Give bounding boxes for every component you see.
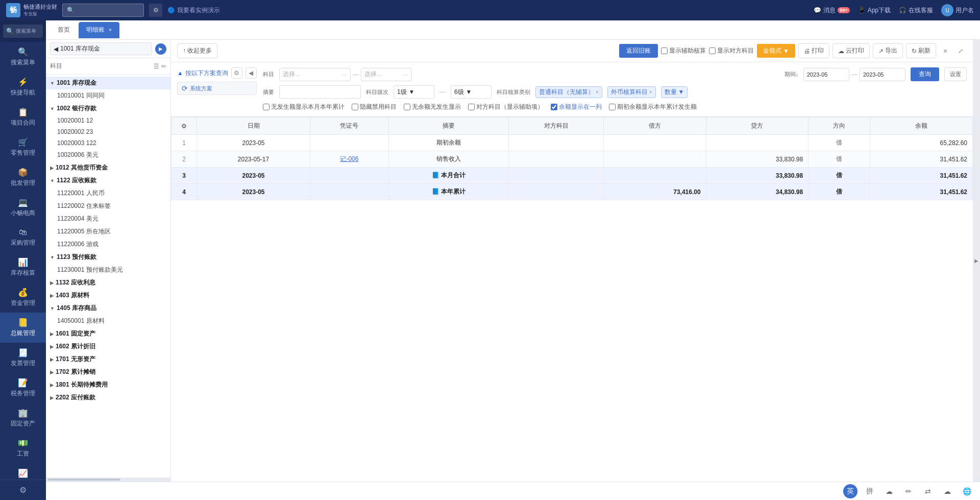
cb-no-amount[interactable]: 无发生额显示本月本年累计: [263, 103, 345, 111]
top-search-box[interactable]: 🔍: [62, 4, 144, 17]
right-collapse-tab[interactable]: ▶: [973, 40, 980, 482]
sidebar-item-ecommerce[interactable]: 💻小畅电商: [0, 193, 46, 223]
tree-item-11230001[interactable]: 11230001 预付账款美元: [46, 264, 170, 276]
system-plan-item[interactable]: ⟳ 系统方案: [177, 82, 257, 95]
tree-item-14050001[interactable]: 14050001 原材料: [46, 315, 170, 327]
tree-item-11220006[interactable]: 11220006 游戏: [46, 238, 170, 251]
amount-format-btn[interactable]: 金额式 ▼: [757, 44, 795, 58]
show-opposite-check[interactable]: 显示对方科目: [709, 46, 754, 55]
settings-icon[interactable]: ⚙: [149, 4, 162, 17]
cell-voucher-1[interactable]: 记-006: [310, 151, 389, 168]
query-plan-toggle[interactable]: ▲ 按以下方案查询: [177, 69, 228, 78]
tree-item-1132[interactable]: ▶1132 应收利息: [46, 276, 170, 289]
tree-item-1801[interactable]: ▶1801 长期待摊费用: [46, 378, 170, 391]
cb-opposite-account[interactable]: 对方科目（显示辅助项）: [468, 103, 544, 111]
query-plan-settings-icon[interactable]: ⚙: [231, 67, 242, 79]
tree-item-1012[interactable]: ▶1012 其他货币资金: [46, 161, 170, 174]
tree-toggle-1012[interactable]: ▶: [50, 165, 54, 171]
tree-toggle-1702[interactable]: ▶: [50, 370, 54, 375]
sidebar-item-retail[interactable]: 🛒零售管理: [0, 132, 46, 162]
tree-item-10020002[interactable]: 10020002 23: [46, 126, 170, 137]
global-icon[interactable]: 🌐: [960, 484, 974, 498]
cloud2-icon[interactable]: ☁: [940, 484, 954, 498]
sidebar-item-ops[interactable]: 📈经营管理: [0, 463, 46, 480]
user-area[interactable]: U 用户名: [941, 4, 974, 16]
tree-item-1601[interactable]: ▶1601 固定资产: [46, 327, 170, 340]
sidebar-item-quick-nav[interactable]: ⚡快捷导航: [0, 72, 46, 102]
export-btn[interactable]: ↗ 导出: [873, 43, 903, 58]
tree-item-10020006[interactable]: 10020006 美元: [46, 149, 170, 161]
tree-item-1002[interactable]: ▼1002 银行存款: [46, 102, 170, 115]
tree-toggle-1701[interactable]: ▶: [50, 357, 54, 362]
tree-toggle-1405[interactable]: ▼: [50, 306, 55, 311]
tree-item-1701[interactable]: ▶1701 无形资产: [46, 353, 170, 366]
tree-item-11220002[interactable]: 11220002 住来标签: [46, 200, 170, 212]
level-to-select[interactable]: 6级 ▼: [451, 85, 492, 99]
sidebar-item-invoice[interactable]: 🧾发票管理: [0, 343, 46, 373]
tree-toggle-1122[interactable]: ▼: [50, 178, 55, 183]
tree-item-11220005[interactable]: 11220005 所在地区: [46, 225, 170, 238]
cb-initial-balance[interactable]: 期初余额显示本年累计发生额: [609, 103, 697, 111]
tree-item-11220004[interactable]: 11220004 美元: [46, 212, 170, 225]
tab-ledger[interactable]: 明细账 ×: [79, 22, 119, 38]
tree-item-1123[interactable]: ▼1123 预付账款: [46, 251, 170, 264]
level-from-select[interactable]: 1级 ▼: [394, 85, 434, 99]
tree-item-10020003[interactable]: 10020003 122: [46, 137, 170, 149]
tree-item-10010001[interactable]: 10010001 同同同: [46, 89, 170, 102]
sidebar-settings-icon[interactable]: ⚙: [19, 485, 27, 495]
tab-close-icon[interactable]: ×: [109, 27, 112, 33]
tree-toggle-1001[interactable]: ▼: [50, 81, 55, 86]
tree-toggle-1601[interactable]: ▶: [50, 331, 54, 337]
summary-input[interactable]: [279, 85, 361, 99]
tree-item-2202[interactable]: ▶2202 应付账款: [46, 391, 170, 404]
print-btn[interactable]: 🖨 打印: [798, 43, 829, 58]
list-view-icon[interactable]: ☰: [154, 63, 159, 70]
sidebar-search-box[interactable]: 🔍 搜索菜单: [3, 25, 43, 38]
tree-toggle-1801[interactable]: ▶: [50, 383, 54, 388]
account-current[interactable]: ◀ 1001 库存现金: [50, 42, 152, 55]
tree-toggle-1132[interactable]: ▶: [50, 280, 54, 285]
close-panel-btn[interactable]: ×: [939, 45, 951, 57]
tab-home[interactable]: 首页: [50, 22, 78, 38]
tree-item-10020001[interactable]: 10020001 12: [46, 115, 170, 126]
cb-hide-disabled[interactable]: 隐藏禁用科目: [352, 103, 397, 111]
sidebar-item-purchase[interactable]: 🛍采购管理: [0, 223, 46, 252]
account-select-end[interactable]: 选择... ···: [361, 68, 412, 81]
tree-item-1122[interactable]: ▼1122 应收账款: [46, 174, 170, 187]
tree-item-1602[interactable]: ▶1602 累计折旧: [46, 340, 170, 353]
cloud-icon[interactable]: ☁: [882, 484, 896, 498]
cloud-print-btn[interactable]: ☁ 云打印: [832, 43, 870, 58]
sidebar-item-tax[interactable]: 📝税务管理: [0, 373, 46, 403]
period-start-input[interactable]: [803, 68, 849, 81]
sidebar-item-search[interactable]: 🔍搜索菜单: [0, 42, 46, 72]
check-tag-quantity[interactable]: 数量 ▼: [661, 86, 688, 98]
tree-item-11220001[interactable]: 11220001 人民币: [46, 187, 170, 200]
tree-toggle-1403[interactable]: ▶: [50, 293, 54, 298]
account-nav-arrow[interactable]: ▶: [155, 43, 166, 55]
query-plan-collapse-icon[interactable]: ◀: [246, 67, 257, 79]
input-mode-icon[interactable]: 拼: [863, 484, 877, 498]
setting-btn[interactable]: 设置: [944, 67, 967, 81]
tag-normal-close[interactable]: ×: [596, 89, 599, 95]
check-tag-foreign[interactable]: 外币核算科目 ×: [607, 86, 656, 98]
sidebar-item-capital[interactable]: 💰资金管理: [0, 282, 46, 313]
cb-balance-one-col[interactable]: 余额显示在一列: [551, 103, 602, 111]
sidebar-item-wholesale[interactable]: 📦批发管理: [0, 162, 46, 193]
online-service-item[interactable]: 🎧 在线客服: [899, 6, 933, 15]
tree-item-1001[interactable]: ▼1001 库存现金: [46, 77, 170, 89]
period-end-input[interactable]: [860, 68, 905, 81]
input-method-icon[interactable]: 英: [843, 484, 857, 498]
demo-link[interactable]: 🔵 我要看实例演示: [167, 6, 220, 15]
sidebar-item-inventory[interactable]: 📊库存核算: [0, 252, 46, 282]
show-auxiliary-check[interactable]: 显示辅助核算: [661, 46, 706, 55]
expand-btn[interactable]: ⤢: [954, 45, 967, 57]
query-btn[interactable]: 查询: [911, 67, 939, 81]
back-to-old-btn[interactable]: 返回旧账: [619, 44, 658, 58]
tree-item-1403[interactable]: ▶1403 原材料: [46, 289, 170, 302]
tree-toggle-1002[interactable]: ▼: [50, 106, 55, 111]
tree-item-1405[interactable]: ▼1405 库存商品: [46, 302, 170, 315]
sync-icon[interactable]: ⇄: [921, 484, 935, 498]
tree-item-1702[interactable]: ▶1702 累计摊销: [46, 366, 170, 378]
sidebar-item-project[interactable]: 📋项目合同: [0, 102, 46, 132]
app-download-item[interactable]: 📱 App下载: [858, 6, 891, 15]
